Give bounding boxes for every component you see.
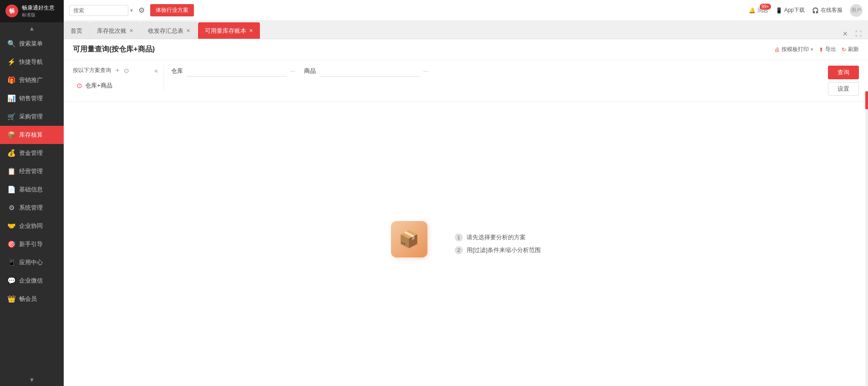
robot-icon (391, 221, 427, 257)
operations-icon: 📋 (7, 167, 15, 175)
export-btn[interactable]: ⬆ 导出 (819, 46, 836, 53)
right-scrollbar[interactable] (865, 91, 868, 386)
bell-icon: 🔔 (749, 7, 756, 14)
refresh-icon: ↻ (842, 46, 846, 53)
main-area: ▾ ⚙ 体验行业方案 🔔 消息 99+ 📱 App下载 🎧 在线客服 用户 (64, 0, 868, 386)
sidebar-scroll-down[interactable]: ▼ (0, 374, 64, 386)
query-button[interactable]: 查询 (828, 66, 859, 79)
marketing-icon: 🎁 (7, 76, 15, 84)
filter-actions: 查询 设置 (821, 66, 859, 96)
system-icon: ⚙ (7, 204, 15, 212)
app-logo: 畅 (5, 5, 18, 17)
empty-state: 1 请先选择要分析的方案 2 用[过滤]条件来缩小分析范围 (64, 102, 868, 386)
sidebar-item-quicknav[interactable]: ⚡ 快捷导航 (0, 53, 64, 71)
page-header: 可用量查询(按仓库+商品) 🖨 按模板打印 ▾ ⬆ 导出 ↻ 刷新 (64, 39, 868, 60)
scheme-panel-header: 按以下方案查询 ＋ ⊙ « (73, 66, 158, 75)
sidebar-item-inventory[interactable]: 📦 库存核算 (0, 126, 64, 144)
inventory-icon: 📦 (7, 131, 15, 139)
tip-item-1: 1 请先选择要分析的方案 (455, 233, 541, 242)
sidebar: 畅 畅康通好生意 标准版 ▲ 🔍 搜索菜单 ⚡ 快捷导航 🎁 营销推广 📊 销售… (0, 0, 64, 386)
print-btn[interactable]: 🖨 按模板打印 ▾ (774, 46, 813, 53)
sidebar-item-purchase[interactable]: 🛒 采购管理 (0, 108, 64, 126)
phone-icon: 📱 (776, 7, 782, 14)
tabs-actions: ✕ ⛶ (840, 29, 868, 39)
settings-scheme-btn[interactable]: ⊙ (124, 67, 129, 74)
tab-batch[interactable]: 库存批次账 ✕ (90, 22, 140, 39)
warehouse-goods-icon: ⊙ (76, 82, 82, 90)
tab-available-close[interactable]: ✕ (249, 28, 253, 34)
tip-item-2: 2 用[过滤]条件来缩小分析范围 (455, 246, 541, 254)
enterprise-icon: 🤝 (7, 222, 15, 230)
sidebar-item-finance[interactable]: 💰 资金管理 (0, 144, 64, 162)
collapse-scheme-btn[interactable]: « (154, 67, 158, 74)
page-header-actions: 🖨 按模板打印 ▾ ⬆ 导出 ↻ 刷新 (774, 46, 859, 53)
filter-field-warehouse: 仓库 ··· (171, 66, 295, 77)
sidebar-item-search[interactable]: 🔍 搜索菜单 (0, 35, 64, 53)
warehouse-more-btn[interactable]: ··· (290, 68, 295, 74)
topbar-search-area: ▾ (69, 5, 133, 16)
appcenter-icon: 📱 (7, 258, 15, 267)
avatar[interactable]: 用户 (850, 4, 863, 17)
filter-area: 按以下方案查询 ＋ ⊙ « ⊙ 仓库+商品 仓库 ··· 商品 (64, 60, 868, 102)
print-dropdown-icon: ▾ (811, 46, 813, 52)
finance-icon: 💰 (7, 149, 15, 157)
tab-summary[interactable]: 收发存汇总表 ✕ (141, 22, 197, 39)
filter-fields: 仓库 ··· 商品 ··· (164, 66, 821, 77)
close-all-tabs-btn[interactable]: ✕ (840, 29, 851, 39)
sidebar-nav: 🔍 搜索菜单 ⚡ 快捷导航 🎁 营销推广 📊 销售管理 🛒 采购管理 📦 库存核… (0, 35, 64, 374)
sidebar-header: 畅 畅康通好生意 标准版 (0, 0, 64, 22)
scheme-panel: 按以下方案查询 ＋ ⊙ « ⊙ 仓库+商品 (73, 66, 164, 93)
sidebar-item-enterprise[interactable]: 🤝 企业协同 (0, 217, 64, 235)
tab-home[interactable]: 首页 (64, 22, 89, 39)
tab-batch-close[interactable]: ✕ (129, 28, 133, 34)
goods-input[interactable] (320, 66, 420, 77)
sidebar-item-member[interactable]: 👑 畅会员 (0, 290, 64, 308)
quicknav-icon: ⚡ (7, 58, 15, 66)
member-icon: 👑 (7, 295, 15, 303)
filter-field-goods: 商品 ··· (304, 66, 428, 77)
goods-more-btn[interactable]: ··· (423, 68, 428, 74)
scheme-item-warehouse-goods[interactable]: ⊙ 仓库+商品 (73, 79, 158, 93)
tab-available[interactable]: 可用量库存账本 ✕ (198, 22, 260, 39)
empty-illustration (391, 221, 437, 267)
tab-summary-close[interactable]: ✕ (186, 28, 190, 34)
sidebar-item-sales[interactable]: 📊 销售管理 (0, 89, 64, 108)
sidebar-item-marketing[interactable]: 🎁 营销推广 (0, 71, 64, 89)
sidebar-item-wechat[interactable]: 💬 企业微信 (0, 272, 64, 290)
headset-icon: 🎧 (812, 7, 819, 14)
search-dropdown-btn[interactable]: ▾ (130, 7, 133, 14)
page-title: 可用量查询(按仓库+商品) (73, 45, 155, 54)
search-icon: 🔍 (7, 40, 15, 48)
sidebar-item-system[interactable]: ⚙ 系统管理 (0, 199, 64, 217)
sidebar-item-newbie[interactable]: 🎯 新手引导 (0, 235, 64, 253)
sidebar-scroll-up[interactable]: ▲ (0, 22, 64, 35)
app-name: 畅康通好生意 标准版 (22, 5, 55, 18)
customer-service-btn[interactable]: 🎧 在线客服 (812, 6, 843, 14)
print-icon: 🖨 (774, 46, 780, 53)
search-input[interactable] (69, 5, 128, 16)
notification-btn[interactable]: 🔔 消息 99+ (749, 6, 768, 14)
newbie-icon: 🎯 (7, 240, 15, 248)
sidebar-item-basic[interactable]: 📄 基础信息 (0, 180, 64, 199)
sidebar-item-appcenter[interactable]: 📱 应用中心 (0, 253, 64, 272)
topbar-right: 🔔 消息 99+ 📱 App下载 🎧 在线客服 用户 (749, 4, 863, 17)
app-download-btn[interactable]: 📱 App下载 (776, 6, 805, 14)
notification-badge: 99+ (760, 4, 771, 10)
warehouse-input[interactable] (187, 66, 287, 77)
wechat-icon: 💬 (7, 277, 15, 285)
gear-button[interactable]: ⚙ (137, 6, 147, 15)
purchase-icon: 🛒 (7, 113, 15, 121)
add-scheme-btn[interactable]: ＋ (114, 66, 121, 75)
page-content: 可用量查询(按仓库+商品) 🖨 按模板打印 ▾ ⬆ 导出 ↻ 刷新 (64, 39, 868, 386)
settings-button[interactable]: 设置 (828, 82, 859, 96)
basic-icon: 📄 (7, 185, 15, 194)
scrollbar-thumb (865, 91, 868, 109)
sales-icon: 📊 (7, 94, 15, 103)
tabs-bar: 首页 库存批次账 ✕ 收发存汇总表 ✕ 可用量库存账本 ✕ ✕ ⛶ (64, 21, 868, 39)
export-icon: ⬆ (819, 46, 823, 53)
sidebar-item-operations[interactable]: 📋 经营管理 (0, 162, 64, 180)
topbar: ▾ ⚙ 体验行业方案 🔔 消息 99+ 📱 App下载 🎧 在线客服 用户 (64, 0, 868, 21)
industry-solution-button[interactable]: 体验行业方案 (150, 4, 194, 16)
refresh-btn[interactable]: ↻ 刷新 (842, 46, 859, 53)
fullscreen-btn[interactable]: ⛶ (853, 29, 864, 39)
